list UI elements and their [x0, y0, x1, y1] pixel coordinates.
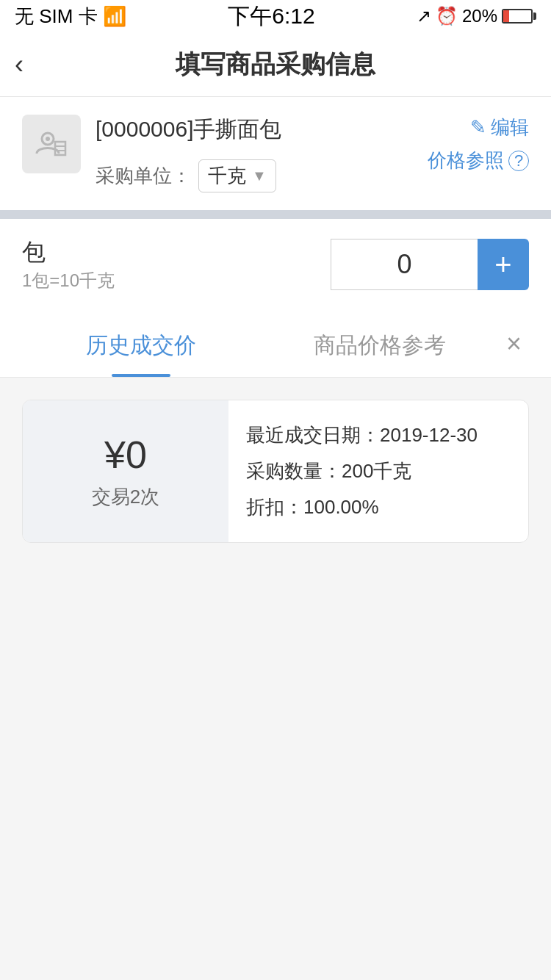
- nav-title: 填写商品采购信息: [176, 48, 375, 82]
- quantity-plus-button[interactable]: +: [478, 239, 529, 290]
- unit-label: 采购单位：: [96, 163, 191, 189]
- close-icon: ×: [506, 328, 522, 359]
- quantity-value: 0: [397, 249, 411, 280]
- quantity-input[interactable]: 0: [331, 239, 478, 290]
- tab-history[interactable]: 历史成交价: [22, 310, 260, 377]
- purchase-qty-line: 采购数量：200千克: [246, 458, 511, 484]
- history-content: ¥0 交易2次 最近成交日期：2019-12-30 采购数量：200千克 折扣：…: [0, 378, 551, 745]
- purchase-qty-value: 200千克: [342, 460, 411, 482]
- unit-select-dropdown[interactable]: 千克 ▼: [198, 159, 276, 192]
- section-divider: [0, 210, 551, 219]
- back-button[interactable]: ‹: [15, 49, 24, 80]
- battery-indicator: [502, 9, 536, 24]
- product-card: [0000006]手撕面包 采购单位： 千克 ▼ ✎ 编辑 价格参照 ?: [0, 97, 551, 210]
- product-name: [0000006]手撕面包: [96, 115, 281, 145]
- nav-bar: ‹ 填写商品采购信息: [0, 32, 551, 97]
- edit-label: 编辑: [491, 115, 529, 140]
- transaction-count: 交易2次: [92, 484, 159, 510]
- svg-point-1: [46, 137, 50, 141]
- plus-icon: +: [494, 248, 511, 281]
- edit-button[interactable]: ✎ 编辑: [470, 115, 529, 140]
- quantity-row: 包 1包=10千克 0 +: [0, 219, 551, 310]
- unit-value: 千克: [208, 163, 246, 189]
- discount-value: 100.00%: [303, 496, 379, 518]
- edit-icon: ✎: [470, 116, 486, 139]
- recent-date-value: 2019-12-30: [380, 424, 478, 446]
- status-time: 下午6:12: [228, 1, 314, 32]
- recent-date-line: 最近成交日期：2019-12-30: [246, 422, 511, 448]
- close-button[interactable]: ×: [499, 321, 529, 367]
- transaction-card: ¥0 交易2次 最近成交日期：2019-12-30 采购数量：200千克 折扣：…: [22, 400, 529, 543]
- battery-percent: 20%: [462, 6, 497, 26]
- price-ref-label: 价格参照: [428, 148, 504, 173]
- tab-history-label: 历史成交价: [86, 333, 196, 357]
- discount-line: 折扣：100.00%: [246, 494, 511, 520]
- transaction-price: ¥0: [104, 433, 147, 477]
- quantity-unit-label: 包: [22, 237, 115, 269]
- tabs-container: 历史成交价 商品价格参考 ×: [0, 310, 551, 378]
- product-thumbnail: [22, 115, 81, 173]
- quantity-conversion: 1包=10千克: [22, 269, 115, 292]
- status-left: 无 SIM 卡 📶: [15, 4, 126, 29]
- transaction-left-panel: ¥0 交易2次: [23, 400, 228, 542]
- alarm-icon: ⏰: [436, 6, 458, 26]
- recent-date-label: 最近成交日期：: [246, 424, 380, 446]
- transaction-right-panel: 最近成交日期：2019-12-30 采购数量：200千克 折扣：100.00%: [228, 400, 528, 542]
- help-icon: ?: [508, 151, 529, 171]
- status-right: ↗ ⏰ 20%: [417, 6, 536, 26]
- tab-reference-label: 商品价格参考: [314, 333, 446, 357]
- purchase-qty-label: 采购数量：: [246, 460, 342, 482]
- chevron-down-icon: ▼: [252, 167, 267, 184]
- price-ref-button[interactable]: 价格参照 ?: [428, 148, 529, 173]
- discount-label: 折扣：: [246, 496, 303, 518]
- status-bar: 无 SIM 卡 📶 下午6:12 ↗ ⏰ 20%: [0, 0, 551, 32]
- tab-reference[interactable]: 商品价格参考: [260, 310, 498, 377]
- location-icon: ↗: [417, 6, 431, 26]
